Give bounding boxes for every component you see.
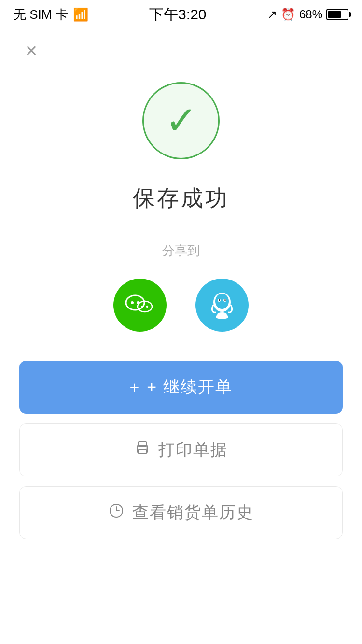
status-right: ↗ ⏰ 68% (267, 8, 348, 21)
svg-rect-16 (139, 449, 146, 454)
success-circle: ✓ (142, 82, 220, 159)
printer-icon (134, 440, 151, 460)
divider-left (19, 251, 153, 251)
qq-icon (208, 290, 237, 321)
divider-right (209, 251, 343, 251)
battery-fill (328, 11, 341, 18)
action-buttons: + + 继续开单 打印单据 查看销货单历史 (19, 361, 343, 539)
alarm-icon: ⏰ (281, 8, 295, 21)
svg-point-10 (219, 299, 220, 301)
svg-point-7 (215, 294, 229, 309)
wechat-share-button[interactable] (113, 279, 167, 332)
plus-icon: + (129, 378, 139, 397)
status-bar: 无 SIM 卡 📶 下午3:20 ↗ ⏰ 68% (0, 0, 362, 29)
location-icon: ↗ (267, 8, 277, 21)
status-time: 下午3:20 (149, 5, 206, 25)
share-divider: 分享到 (19, 242, 343, 259)
main-content: × ✓ 保存成功 分享到 (0, 29, 362, 644)
print-button[interactable]: 打印单据 (19, 423, 343, 476)
svg-point-14 (216, 314, 228, 319)
svg-point-5 (146, 306, 148, 308)
svg-point-0 (126, 295, 144, 310)
battery-percent: 68% (299, 8, 322, 21)
svg-point-1 (131, 301, 134, 304)
close-icon: × (26, 41, 38, 61)
status-left: 无 SIM 卡 📶 (14, 6, 88, 23)
continue-order-button[interactable]: + + 继续开单 (19, 361, 343, 414)
history-button[interactable]: 查看销货单历史 (19, 486, 343, 539)
print-label: 打印单据 (158, 439, 228, 461)
success-title: 保存成功 (133, 183, 229, 213)
success-section: ✓ 保存成功 (133, 82, 229, 213)
checkmark-icon: ✓ (165, 101, 197, 140)
history-icon (108, 503, 125, 523)
share-icons (113, 279, 249, 332)
share-label: 分享到 (162, 242, 200, 259)
svg-point-11 (224, 299, 226, 301)
history-label: 查看销货单历史 (132, 502, 254, 524)
battery-icon (326, 9, 348, 20)
continue-order-label: + 继续开单 (147, 376, 232, 398)
wechat-icon (125, 290, 155, 320)
wifi-icon: 📶 (73, 7, 88, 22)
no-sim-label: 无 SIM 卡 (14, 6, 68, 23)
close-button[interactable]: × (19, 39, 43, 63)
qq-share-button[interactable] (195, 279, 249, 332)
share-section: 分享到 (19, 242, 343, 332)
svg-point-18 (146, 448, 147, 449)
svg-point-4 (141, 306, 143, 308)
